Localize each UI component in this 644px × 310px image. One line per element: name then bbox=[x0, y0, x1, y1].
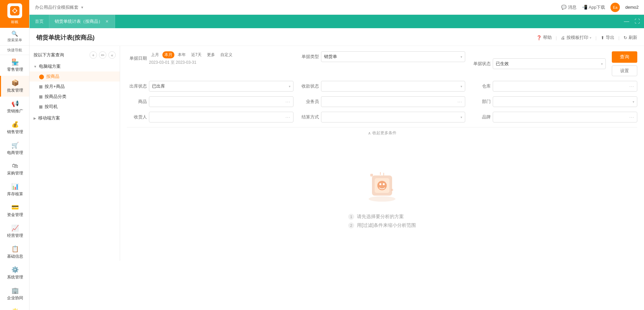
purchase-icon: 🛍 bbox=[12, 162, 18, 169]
scheme-by-month-product[interactable]: ▦ 按月+商品 bbox=[30, 82, 120, 92]
doctype-arrow-icon: ▾ bbox=[461, 55, 462, 59]
pc-section: ▼ 电脑端方案 ⬤ 按商品 ▦ 按月+商品 ▦ bbox=[30, 61, 120, 112]
cashier-label: 按司机 bbox=[45, 104, 58, 110]
page-title: 销货单统计表(按商品) bbox=[36, 34, 95, 42]
search-menu-item[interactable]: 🔍 搜索菜单 bbox=[0, 28, 29, 46]
divider3: | bbox=[619, 35, 620, 40]
page-actions: ❓ 帮助 | 🖨 按模板打印 ▾ | ⬆ 导出 | bbox=[536, 35, 637, 41]
brand-input[interactable]: ··· bbox=[493, 112, 637, 122]
goods-filter-cell: 商品 ··· bbox=[127, 96, 293, 107]
quick-nav-item[interactable]: 快捷导航 bbox=[0, 46, 29, 55]
user-avatar[interactable]: Ea bbox=[610, 3, 620, 12]
date-label: 单据日期 bbox=[127, 55, 147, 61]
dept-input[interactable]: ▾ bbox=[493, 96, 637, 107]
payment-status-input[interactable]: ▾ bbox=[321, 81, 466, 92]
refresh-btn[interactable]: ↻ 刷新 bbox=[624, 35, 637, 41]
page-header: 销货单统计表(按商品) ❓ 帮助 | 🖨 按模板打印 ▾ | ⬆ bbox=[30, 28, 644, 46]
outstock-input[interactable]: 已出库 ▾ bbox=[149, 81, 293, 92]
date-tab-7days[interactable]: 近7天 bbox=[189, 51, 204, 58]
sidebar-item-purchase[interactable]: 🛍 采购管理 bbox=[0, 159, 29, 179]
tab-report[interactable]: 销货单统计表（按商品） ✕ bbox=[49, 15, 115, 28]
mobile-section-title: 移动端方案 bbox=[38, 115, 60, 121]
message-btn[interactable]: 💬 消息 bbox=[561, 4, 577, 10]
date-tab-last-month[interactable]: 上月 bbox=[149, 51, 161, 58]
export-btn[interactable]: ⬆ 导出 bbox=[601, 35, 614, 41]
home-tab-label: 首页 bbox=[35, 18, 44, 24]
payment-method-input[interactable]: ▾ bbox=[321, 112, 466, 122]
section-arrow-down: ▼ bbox=[34, 65, 37, 68]
salesperson-input[interactable]: ··· bbox=[321, 96, 466, 107]
ecommerce-icon: 🛒 bbox=[11, 142, 19, 149]
mobile-section-header[interactable]: ▶ 移动端方案 bbox=[30, 113, 120, 123]
date-filter-cell: 单据日期 上月 本月 本年 近7天 更多 自定义 20 bbox=[127, 51, 293, 65]
template-print-btn[interactable]: 🖨 按模板打印 ▾ bbox=[561, 35, 591, 41]
help-btn[interactable]: ❓ 帮助 bbox=[536, 35, 552, 41]
sidebar-item-system[interactable]: ⚙️ 系统管理 bbox=[0, 263, 29, 283]
goods-label: 商品 bbox=[127, 99, 147, 105]
sidebar-item-sales[interactable]: 💰 销售管理 bbox=[0, 117, 29, 138]
dept-label: 部门 bbox=[471, 99, 491, 105]
date-tab-this-year[interactable]: 本年 bbox=[176, 51, 188, 58]
industry-dropdown-arrow[interactable]: ▾ bbox=[81, 5, 83, 10]
filter-right-panel: 单据日期 上月 本月 本年 近7天 更多 自定义 20 bbox=[120, 46, 644, 261]
sidebar-item-operations[interactable]: 📈 经营管理 bbox=[0, 221, 29, 242]
payment-status-cell: 收款状态 ▾ bbox=[299, 81, 466, 92]
docstatus-input[interactable]: 已生效 ▾ bbox=[493, 58, 606, 69]
date-tab-custom[interactable]: 自定义 bbox=[218, 51, 234, 58]
storage-input[interactable]: ··· bbox=[493, 81, 637, 92]
receiver-input[interactable]: ··· bbox=[149, 112, 293, 122]
outstock-value: 已出库 bbox=[152, 83, 165, 89]
topbar: 办公用品行业模拟账套 ▾ 💬 消息 📲 App下载 Ea demo2 bbox=[30, 0, 644, 15]
date-range-display: 2023-03-01 至 2023-03-31 bbox=[149, 60, 293, 65]
filter-row-2: 出库状态 已出库 ▾ 收款状态 ▾ bbox=[127, 81, 637, 92]
settings-btn[interactable]: 设置 bbox=[612, 65, 637, 76]
sidebar-item-finance[interactable]: 💳 资金管理 bbox=[0, 200, 29, 221]
date-tab-more[interactable]: 更多 bbox=[205, 51, 217, 58]
doctype-filter-cell: 单据类型 销货单 ▾ bbox=[299, 51, 466, 62]
main-area: 办公用品行业模拟账套 ▾ 💬 消息 📲 App下载 Ea demo2 首页 销货… bbox=[30, 0, 644, 310]
tab-home[interactable]: 首页 bbox=[30, 15, 49, 28]
sidebar-item-wholesale[interactable]: 📦 批发管理 bbox=[0, 76, 29, 97]
pc-section-header[interactable]: ▼ 电脑端方案 bbox=[30, 61, 120, 71]
add-scheme-btn[interactable]: + bbox=[90, 51, 97, 59]
user-name[interactable]: demo2 bbox=[625, 5, 639, 10]
app-download-btn[interactable]: 📲 App下载 bbox=[582, 4, 605, 10]
scheme-by-category[interactable]: ▦ 按商品分类 bbox=[30, 92, 120, 102]
tab-close-btn[interactable]: ✕ bbox=[105, 18, 109, 24]
empty-hint-1: 1 请先选择要分析的方案 bbox=[348, 214, 416, 220]
collapse-panel-btn[interactable]: « bbox=[108, 51, 116, 59]
system-icon: ⚙️ bbox=[11, 266, 19, 273]
filter-layout: 按以下方案查询 + ✏ « ▼ 电脑端方案 bbox=[30, 46, 644, 261]
sidebar-item-basics[interactable]: 📋 基础信息 bbox=[0, 242, 29, 263]
sidebar-item-ecommerce[interactable]: 🛒 电商管理 bbox=[0, 138, 29, 159]
edit-scheme-btn[interactable]: ✏ bbox=[99, 51, 106, 59]
app-logo[interactable]: 标账 bbox=[0, 0, 29, 28]
svg-rect-8 bbox=[370, 174, 373, 176]
sidebar-item-marketing[interactable]: 📢 营销推广 bbox=[0, 97, 29, 117]
query-btn[interactable]: 查询 bbox=[612, 51, 637, 63]
tabbar-actions: — ⛶ bbox=[620, 15, 644, 28]
date-tab-this-month[interactable]: 本月 bbox=[162, 51, 174, 58]
payment-status-arrow: ▾ bbox=[461, 85, 462, 88]
storage-label: 仓库 bbox=[471, 83, 491, 89]
payment-method-label: 结算方式 bbox=[299, 114, 319, 120]
finance-icon: 💳 bbox=[11, 204, 19, 211]
scheme-by-cashier[interactable]: ▦ 按司机 bbox=[30, 102, 120, 112]
operations-icon: 📈 bbox=[11, 224, 19, 232]
tab-minimize-btn[interactable]: — bbox=[623, 17, 631, 26]
export-icon: ⬆ bbox=[601, 35, 604, 40]
doctype-input[interactable]: 销货单 ▾ bbox=[321, 51, 466, 62]
sidebar-item-enterprise[interactable]: 🏢 企业协同 bbox=[0, 283, 29, 304]
salesperson-dots: ··· bbox=[458, 99, 463, 104]
sidebar-item-newbie[interactable]: 🌟 新手引导 bbox=[0, 304, 29, 310]
storage-filter-cell: 仓库 ··· bbox=[471, 81, 637, 92]
filter-collapse-btn[interactable]: ∧ 收起更多条件 bbox=[127, 127, 637, 139]
tab-maximize-btn[interactable]: ⛶ bbox=[633, 17, 641, 26]
scheme-by-product[interactable]: ⬤ 按商品 bbox=[30, 71, 120, 82]
goods-input[interactable]: ··· bbox=[149, 96, 293, 107]
sidebar-item-retail[interactable]: 🏪 零售管理 bbox=[0, 55, 29, 76]
filter-row-4: 收货人 ··· 结算方式 ▾ bbox=[127, 112, 637, 122]
logo-icon bbox=[7, 3, 22, 18]
docstatus-value: 已生效 bbox=[496, 61, 509, 67]
sidebar-item-inventory[interactable]: 📊 库存核算 bbox=[0, 179, 29, 200]
